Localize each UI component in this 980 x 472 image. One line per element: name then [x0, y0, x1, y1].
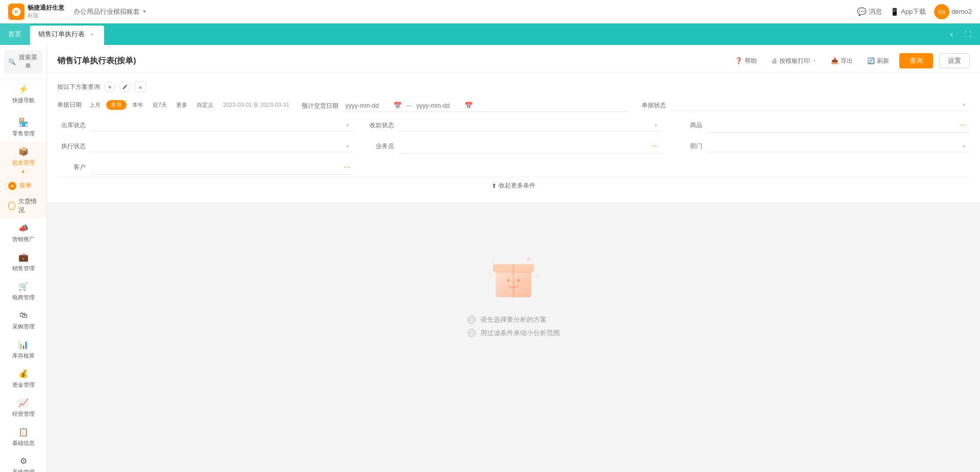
salesperson-label: 业务员	[365, 142, 394, 151]
tab-close-window-button[interactable]: ×	[945, 28, 958, 40]
department-chevron-icon: ▼	[962, 144, 967, 149]
avatar: Ea	[934, 4, 949, 19]
sidebar-item-marketing[interactable]: 📣 营销推广	[0, 218, 46, 247]
sidebar-item-wholesale[interactable]: 📦 批发管理 ▲	[0, 141, 46, 178]
search-icon: 🔍	[8, 58, 16, 65]
sidebar-item-inventory[interactable]: 📊 库存核算	[0, 335, 46, 364]
help-button[interactable]: ❓ 帮助	[731, 55, 761, 67]
top-header: 畅捷通好生意 标版 办公用品行业模拟账套 ▼ 💬 消息 📱 App下载 Ea d…	[0, 0, 980, 23]
scheme-edit-button[interactable]	[119, 81, 131, 92]
sidebar-item-purchase[interactable]: 🛍 采购管理	[0, 305, 46, 335]
page-header: 销售订单执行表(按单) ❓ 帮助 🖨 按模板打印 ▼ 📤 导出 🔄 刷新	[47, 45, 980, 73]
sidebar-item-operations[interactable]: 📈 经营管理	[0, 393, 46, 422]
date-tag-this-month[interactable]: 本月	[106, 100, 127, 110]
department-filter: 部门 ▼	[674, 139, 970, 154]
user-action[interactable]: Ea demo2	[934, 4, 972, 19]
calendar-start-icon[interactable]: 📅	[394, 102, 402, 109]
page-actions: ❓ 帮助 🖨 按模板打印 ▼ 📤 导出 🔄 刷新 查询 设置	[731, 53, 970, 68]
logo-text: 畅捷通好生意 标版	[28, 4, 64, 19]
payment-filter: 收款状态 ▼	[365, 118, 662, 133]
department-select[interactable]: ▼	[706, 141, 970, 152]
warehouse-select[interactable]: ▼	[90, 120, 353, 131]
sidebar-item-quick-nav[interactable]: ⚡ 快捷导航	[0, 79, 46, 108]
expected-date-section: 预计交货日期 📅 — 📅	[302, 100, 630, 112]
refresh-button[interactable]: 🔄 刷新	[863, 55, 893, 67]
scheme-add-button[interactable]: +	[104, 81, 115, 92]
export-button[interactable]: 📤 导出	[827, 55, 857, 67]
submenu-item-shortage[interactable]: 欠货情况	[0, 194, 46, 218]
tab-expand-button[interactable]: ⛶	[962, 28, 974, 40]
status-select[interactable]: ▼	[670, 100, 970, 111]
header-left: 畅捷通好生意 标版 办公用品行业模拟账套 ▼	[8, 4, 151, 20]
sidebar-item-ecommerce[interactable]: 🛒 电商管理	[0, 276, 46, 305]
scheme-collapse-button[interactable]: «	[135, 81, 146, 92]
salesperson-filter: 业务员 ···	[365, 139, 662, 154]
export-icon: 📤	[831, 57, 839, 64]
customer-filter: 客户 ···	[57, 160, 353, 175]
sidebar: 🔍 搜索菜单 ⚡ 快捷导航 🏪 零售管理 📦 批发管理 ▲ ● 按单	[0, 45, 47, 472]
status-label: 单据状态	[642, 101, 666, 110]
chevron-down-icon: ▼	[142, 9, 147, 14]
inventory-icon: 📊	[18, 339, 29, 350]
svg-point-8	[517, 279, 520, 282]
print-icon: 🖨	[771, 57, 777, 64]
settings-button[interactable]: 设置	[939, 53, 970, 68]
sidebar-item-finance[interactable]: 💰 资金管理	[0, 364, 46, 393]
expected-date-label: 预计交货日期	[302, 102, 338, 110]
date-tag-this-year[interactable]: 本年	[129, 100, 147, 110]
goods-input[interactable]: ···	[706, 118, 970, 133]
sidebar-item-system[interactable]: ⚙ 系统管理	[0, 451, 46, 472]
marketing-icon: 📣	[18, 222, 29, 233]
date-tag-7days[interactable]: 近7天	[149, 100, 170, 110]
collapse-bar[interactable]: ⬆ 收起更多条件	[57, 177, 970, 194]
salesperson-input[interactable]: ···	[398, 139, 662, 154]
sidebar-item-retail[interactable]: 🏪 零售管理	[0, 112, 46, 141]
tab-close-icon[interactable]: ×	[88, 30, 96, 38]
inactive-dot	[8, 202, 15, 210]
refresh-icon: 🔄	[867, 57, 875, 64]
date-tag-more[interactable]: 更多	[173, 100, 191, 110]
finance-icon: 💰	[18, 368, 29, 379]
warehouse-label: 出库状态	[57, 121, 86, 130]
date-label: 单据日期	[57, 101, 82, 109]
active-dot: ●	[8, 182, 16, 190]
submenu-item-order[interactable]: ● 按单	[0, 178, 46, 194]
salesperson-more-icon[interactable]: ···	[652, 141, 658, 151]
calendar-end-icon[interactable]: 📅	[464, 102, 473, 109]
customer-input[interactable]: ···	[90, 160, 353, 175]
sidebar-item-sales[interactable]: 💼 销售管理	[0, 247, 46, 276]
print-button[interactable]: 🖨 按模板打印 ▼	[767, 55, 821, 67]
download-icon: 📱	[890, 8, 899, 16]
date-tag-custom[interactable]: 自定义	[193, 100, 217, 110]
empty-state: 1 请先选择要分析的方案 2 用过滤条件来缩小分析范围	[47, 203, 980, 383]
sidebar-search-button[interactable]: 🔍 搜索菜单	[4, 50, 42, 74]
goods-more-icon[interactable]: ···	[960, 121, 967, 130]
empty-step-1: 1 请先选择要分析的方案	[467, 315, 560, 324]
wholesale-submenu: ● 按单 欠货情况	[0, 178, 46, 218]
download-action[interactable]: 📱 App下载	[890, 7, 926, 16]
customer-more-icon[interactable]: ···	[344, 162, 350, 172]
execution-select[interactable]: ▼	[90, 141, 353, 152]
expected-date-start-input[interactable]	[346, 102, 391, 109]
payment-select[interactable]: ▼	[398, 120, 662, 131]
logo-icon	[8, 4, 24, 20]
payment-label: 收款状态	[365, 121, 394, 130]
tab-spacer	[104, 23, 939, 45]
filter-row-4: 客户 ···	[57, 160, 970, 175]
message-action[interactable]: 💬 消息	[857, 7, 882, 16]
date-tag-prev-month[interactable]: 上月	[86, 100, 104, 110]
quick-nav-icon: ⚡	[18, 83, 29, 95]
main-layout: 🔍 搜索菜单 ⚡ 快捷导航 🏪 零售管理 📦 批发管理 ▲ ● 按单	[0, 45, 980, 472]
svg-point-10	[536, 275, 540, 278]
tab-home[interactable]: 首页	[0, 23, 30, 45]
collapse-up-icon: ⬆	[492, 182, 497, 190]
arrow-up-icon: ▲	[21, 169, 26, 174]
search-button[interactable]: 查询	[899, 53, 933, 68]
tab-active[interactable]: 销售订单执行表 ×	[30, 26, 104, 45]
sidebar-item-basic-info[interactable]: 📋 基础信息	[0, 422, 46, 451]
app-selector[interactable]: 办公用品行业模拟账套 ▼	[69, 5, 151, 18]
search-panel: 按以下方案查询 + « 单据日期 上月 本月 本年 近7天 更多	[47, 73, 980, 203]
svg-point-7	[507, 279, 510, 282]
expected-date-end-input[interactable]	[416, 102, 462, 109]
empty-steps-list: 1 请先选择要分析的方案 2 用过滤条件来缩小分析范围	[467, 315, 560, 342]
